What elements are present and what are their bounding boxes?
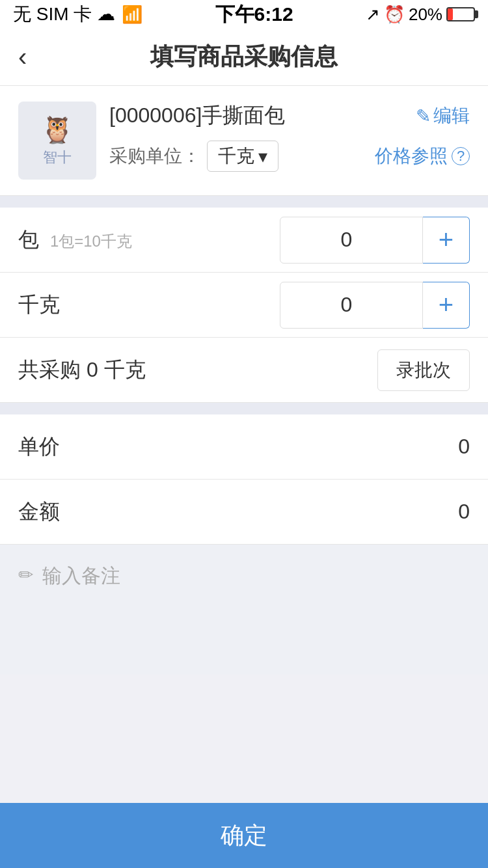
confirm-bar[interactable]: 确定 (0, 803, 488, 868)
battery-percent: 20% (409, 5, 442, 25)
status-bar: 无 SIM 卡 ☁ 📶 下午6:12 ↗ ⏰ 20% (0, 0, 488, 29)
bag-sub-label: 1包=10千克 (50, 232, 132, 250)
summary-row: 共采购 0 千克 录批次 (0, 338, 488, 403)
product-thumb-label: 智十 (43, 149, 72, 165)
page-title: 填写商品采购信息 (150, 41, 338, 73)
product-name: [0000006]手撕面包 (109, 102, 285, 130)
unit-price-row: 单价 0 (0, 414, 488, 480)
batch-button[interactable]: 录批次 (377, 349, 470, 391)
kg-plus-button[interactable]: + (423, 282, 470, 329)
product-thumb-icon: 🦉 (41, 115, 74, 145)
notes-section[interactable]: ✏ 输入备注 (0, 545, 488, 675)
wifi-icon: 📶 (122, 5, 142, 25)
summary-text: 共采购 0 千克 (18, 356, 146, 385)
amount-label: 金额 (18, 498, 60, 526)
unit-price-value: 0 (458, 435, 470, 459)
price-ref-button[interactable]: 价格参照 ? (375, 144, 470, 169)
notes-icon: ✏ (18, 564, 33, 586)
product-unit-row: 采购单位： 千克 ▾ 价格参照 ? (109, 141, 470, 172)
bag-input[interactable] (280, 217, 423, 264)
unit-select[interactable]: 千克 ▾ (207, 141, 278, 172)
edit-icon: ✎ (416, 105, 431, 127)
edit-button[interactable]: ✎ 编辑 (416, 103, 470, 128)
bag-label: 包 1包=10千克 (18, 226, 280, 254)
battery-icon (446, 7, 475, 21)
confirm-button[interactable]: 确定 (221, 820, 267, 852)
back-button[interactable]: ‹ (18, 42, 27, 72)
amount-row: 金额 0 (0, 480, 488, 545)
product-info: [0000006]手撕面包 ✎ 编辑 采购单位： 千克 ▾ 价格参照 ? (109, 102, 470, 172)
section-divider-2 (0, 403, 488, 414)
section-divider-1 (0, 196, 488, 208)
status-time: 下午6:12 (215, 1, 293, 28)
product-name-row: [0000006]手撕面包 ✎ 编辑 (109, 102, 470, 130)
kg-label: 千克 (18, 291, 280, 319)
kg-input-wrap: + (280, 282, 470, 329)
unit-price-label: 单价 (18, 433, 60, 461)
product-card: 🦉 智十 [0000006]手撕面包 ✎ 编辑 采购单位： 千克 ▾ 价格参照 … (0, 86, 488, 196)
alarm-icon: ⏰ (384, 5, 405, 25)
amount-value: 0 (458, 500, 470, 524)
bag-plus-button[interactable]: + (423, 217, 470, 264)
notes-placeholder: 输入备注 (42, 563, 120, 590)
input-section: 包 1包=10千克 + 千克 + 共采购 0 千克 录批次 (0, 208, 488, 403)
status-left: 无 SIM 卡 ☁ 📶 (13, 2, 142, 27)
bag-input-row: 包 1包=10千克 + (0, 208, 488, 273)
status-right: ↗ ⏰ 20% (366, 5, 475, 25)
price-ref-help-icon[interactable]: ? (452, 147, 470, 165)
dropdown-icon: ▾ (258, 146, 267, 167)
product-thumbnail: 🦉 智十 (18, 102, 96, 180)
sim-status: 无 SIM 卡 ☁ (13, 2, 115, 27)
unit-label: 采购单位： 千克 ▾ (109, 141, 278, 172)
bag-input-wrap: + (280, 217, 470, 264)
location-icon: ↗ (366, 5, 380, 25)
kg-input-row: 千克 + (0, 273, 488, 338)
kg-input[interactable] (280, 282, 423, 329)
nav-bar: ‹ 填写商品采购信息 (0, 29, 488, 86)
price-info-section: 单价 0 金额 0 (0, 414, 488, 545)
